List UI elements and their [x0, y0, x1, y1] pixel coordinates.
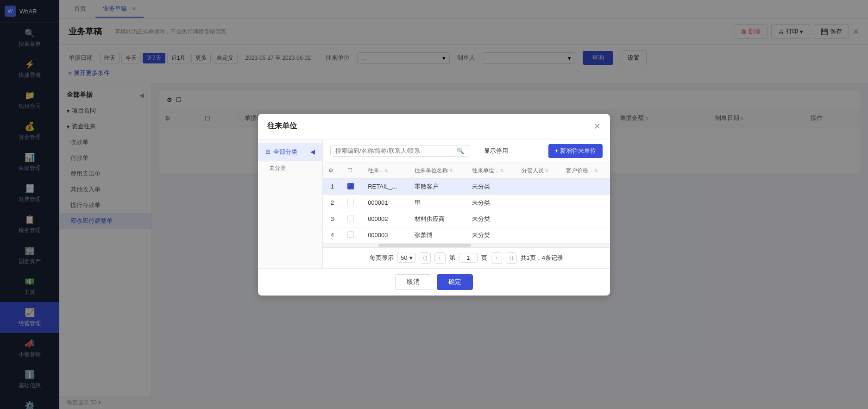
search-icon: 🔍	[457, 147, 464, 154]
col-name: 往来单位名称 ⇅	[409, 163, 466, 179]
row-checkbox[interactable]	[347, 215, 354, 221]
search-input[interactable]	[335, 147, 454, 154]
table-row[interactable]: 1 ✓ RETAIL_... 零散客户 未分类	[323, 178, 610, 195]
per-page-select[interactable]: 50 ▾	[397, 253, 415, 263]
partner-modal: 往来单位 ✕ ⊞ 全部分类 ◀ 未分类 🔍	[258, 114, 610, 296]
row-checkbox[interactable]	[347, 231, 354, 238]
chevron-down-icon: ▾	[409, 254, 413, 261]
disabled-checkbox[interactable]	[475, 148, 481, 154]
modal-sidebar-uncategorized[interactable]: 未分类	[258, 161, 322, 176]
modal-scrollbar[interactable]	[323, 244, 610, 247]
col-settings: ⚙	[323, 163, 342, 179]
collapse-sidebar-icon[interactable]: ◀	[310, 148, 315, 155]
modal-pagination: 每页显示 50 ▾ ⟨⟨ ‹ 第 页 › ⟩⟩ 共1页，4条记录	[323, 247, 610, 268]
show-disabled-toggle[interactable]: 显示停用	[475, 147, 508, 155]
search-box[interactable]: 🔍	[330, 145, 469, 157]
col-code: 往来... ⇅	[362, 163, 409, 179]
modal-main: 🔍 显示停用 + 新增往来单位 ⚙ ☐	[323, 139, 610, 268]
prev-page-button[interactable]: ‹	[434, 252, 446, 264]
table-row[interactable]: 3 000002 材料供应商 未分类	[323, 211, 610, 227]
row-checkbox[interactable]	[347, 199, 354, 205]
modal-close-button[interactable]: ✕	[594, 121, 601, 132]
page-number-input[interactable]	[459, 253, 478, 263]
modal-table-wrap: ⚙ ☐ 往来... ⇅ 往来单位名称 ⇅ 往来单位... ⇅ 分管人员 ⇅ 客户…	[323, 163, 610, 244]
modal-actions: 取消 确定	[258, 268, 610, 296]
modal-overlay: 往来单位 ✕ ⊞ 全部分类 ◀ 未分类 🔍	[0, 0, 868, 409]
col-manager: 分管人员 ⇅	[516, 163, 560, 179]
modal-title: 往来单位	[267, 121, 297, 131]
modal-scrollbar-thumb[interactable]	[378, 244, 471, 247]
table-row[interactable]: 4 000003 张萧博 未分类	[323, 227, 610, 243]
confirm-button[interactable]: 确定	[437, 274, 473, 290]
last-page-button[interactable]: ⟩⟩	[506, 252, 517, 264]
modal-sidebar: ⊞ 全部分类 ◀ 未分类	[258, 139, 323, 268]
row-checkbox[interactable]: ✓	[347, 183, 354, 189]
cancel-button[interactable]: 取消	[395, 274, 431, 290]
grid-icon: ⊞	[265, 148, 270, 155]
per-page-label: 每页显示	[370, 254, 394, 262]
modal-header: 往来单位 ✕	[258, 114, 610, 139]
add-partner-button[interactable]: + 新增往来单位	[548, 144, 603, 158]
col-price: 客户价格... ⇅	[560, 163, 610, 179]
modal-sidebar-all[interactable]: ⊞ 全部分类 ◀	[258, 143, 322, 161]
first-page-button[interactable]: ⟨⟨	[420, 252, 431, 264]
modal-table: ⚙ ☐ 往来... ⇅ 往来单位名称 ⇅ 往来单位... ⇅ 分管人员 ⇅ 客户…	[323, 163, 610, 244]
modal-body: ⊞ 全部分类 ◀ 未分类 🔍 显示停用	[258, 139, 610, 268]
total-info: 共1页，4条记录	[521, 254, 563, 262]
table-row[interactable]: 2 000001 甲 未分类	[323, 195, 610, 211]
modal-toolbar: 🔍 显示停用 + 新增往来单位	[323, 139, 610, 163]
next-page-button[interactable]: ›	[491, 252, 502, 264]
col-check-all: ☐	[342, 163, 362, 179]
col-category: 往来单位... ⇅	[466, 163, 516, 179]
